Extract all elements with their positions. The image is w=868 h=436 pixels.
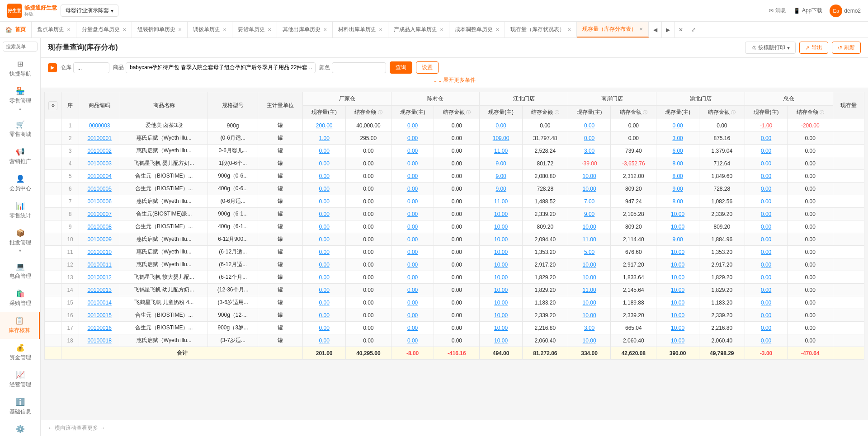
qty-link[interactable]: 0.00 bbox=[672, 122, 683, 129]
qty-link[interactable]: 10.00 bbox=[671, 287, 684, 293]
tab-order[interactable]: 要货单历史 ✕ bbox=[232, 22, 277, 38]
qty-link[interactable]: 0.00 bbox=[761, 135, 771, 141]
qty-link[interactable]: 10.00 bbox=[494, 338, 508, 344]
qty-link[interactable]: 0.00 bbox=[761, 249, 771, 255]
sidebar-item-finance[interactable]: 💰 资金管理 bbox=[0, 339, 40, 366]
qty-link[interactable]: 0.00 bbox=[761, 186, 771, 192]
close-icon[interactable]: ✕ bbox=[67, 27, 71, 32]
qty-link[interactable]: 0.00 bbox=[319, 198, 329, 205]
qty-link[interactable]: 10.00 bbox=[583, 338, 596, 344]
tab-stock-status[interactable]: 现存量（库存状况表） ✕ bbox=[505, 22, 577, 38]
sidebar-item-quick-nav[interactable]: ⊞ 快捷导航 bbox=[0, 55, 40, 82]
qty-link[interactable]: 10.00 bbox=[494, 300, 508, 306]
expand-more-btn[interactable]: ⌄⌄ 展开更多条件 bbox=[433, 76, 476, 84]
product-code-link[interactable]: 00100008 bbox=[87, 224, 111, 230]
qty-link[interactable]: 10.00 bbox=[671, 211, 684, 217]
product-code-link[interactable]: 00100004 bbox=[87, 173, 111, 179]
qty-link[interactable]: 0.00 bbox=[319, 262, 329, 268]
qty-link[interactable]: 9.00 bbox=[495, 160, 506, 167]
product-code-link[interactable]: 0000003 bbox=[89, 122, 110, 129]
qty-link[interactable]: 8.00 bbox=[672, 160, 683, 167]
qty-link[interactable]: 6.00 bbox=[672, 148, 683, 154]
qty-link[interactable]: 0.00 bbox=[407, 274, 418, 281]
product-code-link[interactable]: 00100001 bbox=[87, 135, 111, 141]
qty-link[interactable]: 0.00 bbox=[319, 274, 329, 281]
close-icon[interactable]: ✕ bbox=[323, 27, 327, 32]
qty-link[interactable]: 0.00 bbox=[761, 173, 771, 179]
tab-maximize-btn[interactable]: ⤢ bbox=[687, 22, 699, 38]
qty-link[interactable]: 10.00 bbox=[583, 312, 596, 319]
sidebar-item-retail-stats[interactable]: 📊 零售统计 bbox=[0, 197, 40, 224]
qty-link[interactable]: 10.00 bbox=[494, 274, 508, 281]
qty-link[interactable]: 10.00 bbox=[583, 262, 596, 268]
qty-link[interactable]: 9.00 bbox=[672, 236, 683, 243]
qty-link[interactable]: 0.00 bbox=[761, 262, 771, 268]
qty-link[interactable]: 10.00 bbox=[494, 312, 508, 319]
sidebar-item-member[interactable]: 👤 会员中心 bbox=[0, 170, 40, 197]
export-button[interactable]: ↗ 导出 bbox=[799, 42, 828, 54]
app-download-nav[interactable]: 📱 App下载 bbox=[793, 7, 822, 14]
qty-link[interactable]: 0.00 bbox=[761, 338, 771, 344]
qty-link[interactable]: 10.00 bbox=[671, 262, 684, 268]
close-icon[interactable]: ✕ bbox=[268, 27, 271, 32]
qty-link[interactable]: 0.00 bbox=[319, 236, 329, 243]
product-code-link[interactable]: 00100005 bbox=[87, 186, 111, 192]
product-code-link[interactable]: 00100013 bbox=[87, 287, 111, 293]
product-code-link[interactable]: 00100012 bbox=[87, 274, 111, 281]
qty-link[interactable]: 0.00 bbox=[407, 338, 418, 344]
qty-link[interactable]: 11.00 bbox=[494, 198, 508, 205]
close-icon[interactable]: ✕ bbox=[495, 27, 499, 32]
tab-prev-btn[interactable]: ◀ bbox=[649, 22, 661, 38]
sidebar-item-inventory[interactable]: 📋 库存核算 bbox=[0, 312, 40, 339]
qty-link[interactable]: 10.00 bbox=[494, 224, 508, 230]
qty-link[interactable]: 0.00 bbox=[407, 122, 418, 129]
color-input[interactable] bbox=[332, 62, 386, 73]
qty-link[interactable]: 0.00 bbox=[319, 338, 329, 344]
sidebar-item-marketing[interactable]: 📢 营销推广 bbox=[0, 143, 40, 170]
tab-other-out[interactable]: 其他出库单历史 ✕ bbox=[277, 22, 333, 38]
qty-link[interactable]: 10.00 bbox=[494, 236, 508, 243]
qty-link[interactable]: 0.00 bbox=[584, 122, 594, 129]
qty-link[interactable]: 11.00 bbox=[583, 287, 596, 293]
close-icon[interactable]: ✕ bbox=[223, 27, 226, 32]
user-nav[interactable]: Ea demo2 bbox=[830, 5, 861, 17]
qty-link[interactable]: 0.00 bbox=[319, 148, 329, 154]
message-nav[interactable]: ✉ 消息 bbox=[769, 7, 786, 14]
info-icon[interactable]: ⓘ bbox=[466, 110, 471, 115]
qty-link[interactable]: 0.00 bbox=[319, 224, 329, 230]
qty-link[interactable]: 7.00 bbox=[584, 198, 594, 205]
info-icon[interactable]: ⓘ bbox=[731, 110, 736, 115]
qty-link[interactable]: 0.00 bbox=[407, 224, 418, 230]
qty-link[interactable]: 8.00 bbox=[672, 173, 683, 179]
qty-link[interactable]: 3.00 bbox=[672, 135, 683, 141]
close-icon[interactable]: ✕ bbox=[379, 27, 382, 32]
close-icon[interactable]: ✕ bbox=[178, 27, 182, 32]
tab-next-btn[interactable]: ▶ bbox=[661, 22, 674, 38]
info-icon[interactable]: ⓘ bbox=[378, 110, 382, 115]
qty-link[interactable]: 0.00 bbox=[584, 135, 594, 141]
tab-partial-inventory[interactable]: 分量盘点单历史 ✕ bbox=[76, 22, 132, 38]
qty-link[interactable]: 10.00 bbox=[583, 173, 596, 179]
table-container[interactable]: ⚙ 序 商品编码 商品名称 规格型号 主计量单位 厂家仓 陈村仓 江北门店 南岸… bbox=[41, 88, 868, 420]
sidebar-item-purchase[interactable]: 🛍️ 采购管理 bbox=[0, 285, 40, 312]
product-code-link[interactable]: 00100015 bbox=[87, 312, 111, 319]
industry-select[interactable]: 母婴行业演示陈套 ▾ bbox=[61, 5, 118, 17]
qty-link[interactable]: 0.00 bbox=[319, 287, 329, 293]
tab-inventory-check[interactable]: 盘点单历史 ✕ bbox=[32, 22, 76, 38]
qty-link[interactable]: -1.00 bbox=[760, 122, 772, 129]
product-code-link[interactable]: 00100014 bbox=[87, 300, 111, 306]
qty-link[interactable]: 3.00 bbox=[584, 325, 594, 331]
product-code-link[interactable]: 00100002 bbox=[87, 148, 111, 154]
qty-link[interactable]: 10.00 bbox=[671, 224, 684, 230]
qty-link[interactable]: 10.00 bbox=[494, 211, 508, 217]
qty-link[interactable]: 0.00 bbox=[407, 211, 418, 217]
qty-link[interactable]: 0.00 bbox=[407, 173, 418, 179]
qty-link[interactable]: 0.00 bbox=[761, 274, 771, 281]
tab-home[interactable]: 🏠 首页 bbox=[0, 22, 32, 38]
qty-link[interactable]: 9.00 bbox=[495, 173, 506, 179]
product-code-link[interactable]: 00100016 bbox=[87, 325, 111, 331]
qty-link[interactable]: 9.00 bbox=[495, 186, 506, 192]
close-icon[interactable]: ✕ bbox=[123, 27, 126, 32]
qty-link[interactable]: 0.00 bbox=[407, 236, 418, 243]
qty-link[interactable]: 10.00 bbox=[583, 300, 596, 306]
